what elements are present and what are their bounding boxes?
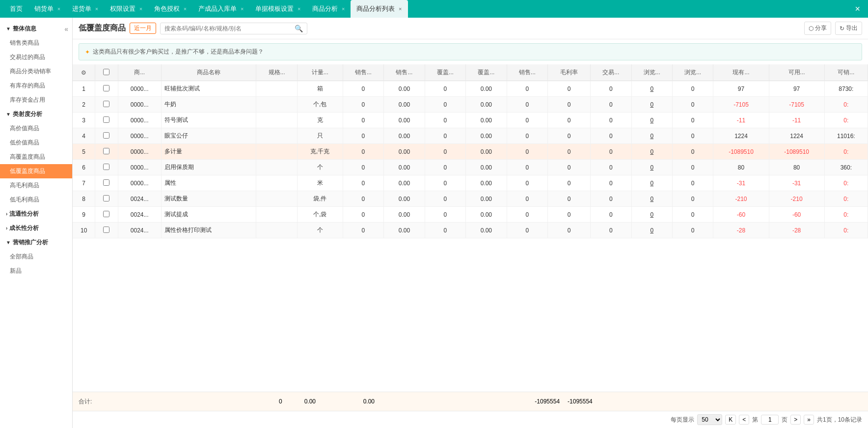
next-page-button[interactable]: > — [790, 415, 801, 425]
sidebar-item-low-profit[interactable]: 低毛利商品 — [0, 193, 72, 207]
col-gross-header[interactable]: 毛利率 — [548, 64, 591, 81]
row-checkbox[interactable] — [95, 191, 118, 207]
col-unit-header[interactable]: 计量... — [297, 64, 343, 81]
close-icon[interactable]: × — [184, 6, 187, 12]
window-close-button[interactable]: × — [851, 4, 864, 14]
close-icon[interactable]: × — [342, 6, 345, 12]
col-stock2-header[interactable]: 可用... — [769, 64, 824, 81]
nav-product-analysis[interactable]: 商品分析 × — [306, 0, 351, 18]
col-spec-header[interactable]: 规格... — [256, 64, 297, 81]
close-icon[interactable]: × — [57, 6, 60, 12]
col-cover1-header[interactable]: 覆盖... — [425, 64, 465, 81]
col-sales3-header[interactable]: 销售... — [507, 64, 547, 81]
nav-sales[interactable]: 销货单 × — [28, 0, 66, 18]
row-name[interactable]: 测试数量 — [161, 191, 256, 207]
row-checkbox[interactable] — [95, 144, 118, 160]
sidebar-item-high-profit[interactable]: 高毛利商品 — [0, 178, 72, 193]
sidebar-section-coverage[interactable]: ▼ 类射度分析 — [0, 107, 72, 121]
row-view1[interactable]: 0 — [631, 128, 672, 144]
close-icon[interactable]: × — [241, 6, 244, 12]
nav-product-analysis-list[interactable]: 商品分析列表 × — [351, 0, 407, 18]
row-cover2: 0.00 — [466, 81, 507, 97]
row-view1[interactable]: 0 — [631, 207, 672, 223]
row-name[interactable]: 牛奶 — [161, 97, 256, 113]
row-view1[interactable]: 0 — [631, 175, 672, 191]
row-view1[interactable]: 0 — [631, 191, 672, 207]
row-checkbox[interactable] — [95, 207, 118, 223]
sidebar-section-marketing[interactable]: ▼ 营销推广分析 — [0, 235, 72, 250]
col-stock3-header[interactable]: 可销... — [824, 64, 868, 81]
close-icon[interactable]: × — [399, 6, 402, 12]
col-cover2-header[interactable]: 覆盖... — [466, 64, 507, 81]
sidebar-item-category-rate[interactable]: 商品分类动销率 — [0, 64, 72, 79]
nav-home[interactable]: 首页 — [4, 0, 28, 18]
col-settings[interactable]: ⚙ — [73, 64, 95, 81]
sidebar-item-sales-goods[interactable]: 销售类商品 — [0, 36, 72, 50]
nav-template-settings[interactable]: 单据模板设置 × — [249, 0, 306, 18]
sidebar-section-growth[interactable]: › 成长性分析 — [0, 221, 72, 235]
row-name[interactable]: 眼宝公仔 — [161, 128, 256, 144]
row-gross: 0 — [548, 113, 591, 128]
row-name[interactable]: 多计量 — [161, 144, 256, 160]
col-name-header[interactable]: 商品名称 — [161, 64, 256, 81]
row-checkbox[interactable] — [95, 113, 118, 128]
row-checkbox[interactable] — [95, 175, 118, 191]
row-view1[interactable]: 0 — [631, 223, 672, 238]
row-checkbox[interactable] — [95, 128, 118, 144]
row-name[interactable]: 属性价格打印测试 — [161, 223, 256, 238]
col-stock1-header[interactable]: 现有... — [713, 64, 769, 81]
sidebar-item-high-value[interactable]: 高价值商品 — [0, 121, 72, 136]
row-checkbox[interactable] — [95, 160, 118, 175]
row-view1[interactable]: 0 — [631, 144, 672, 160]
row-name[interactable]: 旺辅批次测试 — [161, 81, 256, 97]
row-name[interactable]: 符号测试 — [161, 113, 256, 128]
sidebar-section-flow[interactable]: › 流通性分析 — [0, 207, 72, 221]
select-all-checkbox[interactable] — [103, 69, 109, 75]
row-name[interactable]: 启用保质期 — [161, 160, 256, 175]
nav-product-entry[interactable]: 产成品入库单 × — [192, 0, 249, 18]
sidebar-item-high-coverage[interactable]: 高覆盖度商品 — [0, 150, 72, 164]
row-view1[interactable]: 0 — [631, 97, 672, 113]
row-checkbox[interactable] — [95, 97, 118, 113]
close-icon[interactable]: × — [139, 6, 142, 12]
col-code-header[interactable]: 商... — [118, 64, 161, 81]
row-name[interactable]: 属性 — [161, 175, 256, 191]
sidebar-section-whole[interactable]: ▼ 整体信息 « — [0, 22, 72, 36]
row-view1[interactable]: 0 — [631, 160, 672, 175]
search-input[interactable] — [164, 25, 295, 32]
nav-permissions[interactable]: 权限设置 × — [104, 0, 148, 18]
sidebar-item-stock-capital[interactable]: 库存资金占用 — [0, 93, 72, 107]
time-filter-button[interactable]: 近一月 — [130, 23, 156, 34]
sidebar-item-stocked-goods[interactable]: 有库存的商品 — [0, 79, 72, 93]
nav-roles[interactable]: 角色授权 × — [148, 0, 192, 18]
row-stock1: -7105 — [713, 97, 769, 113]
row-view1[interactable]: 0 — [631, 81, 672, 97]
sidebar-item-all-goods[interactable]: 全部商品 — [0, 250, 72, 264]
sidebar-item-traded-goods[interactable]: 交易过的商品 — [0, 50, 72, 64]
row-checkbox[interactable] — [95, 223, 118, 238]
first-page-button[interactable]: K — [725, 415, 736, 425]
sidebar-collapse-icon[interactable]: « — [64, 25, 68, 33]
share-button[interactable]: ⬡ 分享 — [804, 22, 831, 35]
row-checkbox[interactable] — [95, 81, 118, 97]
last-page-button[interactable]: » — [804, 415, 814, 425]
close-icon[interactable]: × — [95, 6, 98, 12]
close-icon[interactable]: × — [298, 6, 300, 12]
row-view1[interactable]: 0 — [631, 113, 672, 128]
sidebar-item-low-coverage[interactable]: 低覆盖度商品 — [0, 164, 72, 178]
sidebar-item-new-goods[interactable]: 新品 — [0, 264, 72, 278]
col-checkbox-header[interactable] — [95, 64, 118, 81]
col-view2-header[interactable]: 浏览... — [672, 64, 713, 81]
sidebar-item-low-value[interactable]: 低价值商品 — [0, 136, 72, 150]
row-name[interactable]: 测试提成 — [161, 207, 256, 223]
nav-purchase[interactable]: 进货单 × — [66, 0, 104, 18]
prev-page-button[interactable]: < — [739, 415, 749, 425]
per-page-select[interactable]: 50 100 — [697, 414, 722, 425]
row-spec — [256, 128, 297, 144]
col-trade-header[interactable]: 交易... — [591, 64, 631, 81]
col-sales2-header[interactable]: 销售... — [384, 64, 425, 81]
current-page-input[interactable] — [761, 415, 779, 425]
col-view1-header[interactable]: 浏览... — [631, 64, 672, 81]
export-button[interactable]: ↻ 导出 — [835, 22, 862, 35]
col-sales1-header[interactable]: 销售... — [343, 64, 383, 81]
